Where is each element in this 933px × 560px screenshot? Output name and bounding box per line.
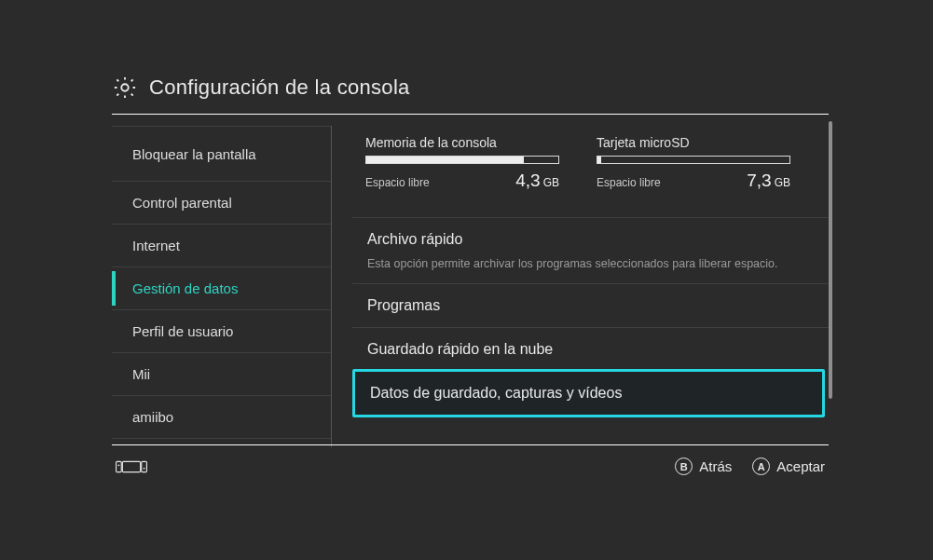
- menu-item-label: Programas: [367, 297, 440, 313]
- sidebar-item-label: Gestión de datos: [132, 280, 238, 296]
- svg-rect-2: [122, 461, 140, 471]
- storage-bar-fill: [366, 157, 524, 163]
- a-button-icon: A: [752, 458, 770, 475]
- storage-sd: Tarjeta microSD Espacio libre 7,3GB: [597, 135, 790, 191]
- sidebar-item-amiibo[interactable]: amiibo: [112, 396, 331, 439]
- svg-rect-1: [117, 461, 122, 471]
- back-action[interactable]: B Atrás: [675, 458, 732, 475]
- sidebar: Bloquear la pantalla Control parental In…: [112, 115, 331, 447]
- menu-item-cloud-save[interactable]: Guardado rápido en la nube: [352, 327, 829, 371]
- ok-action[interactable]: A Aceptar: [752, 458, 825, 475]
- menu-item-desc: Esta opción permite archivar los program…: [367, 257, 814, 270]
- scrollbar-thumb[interactable]: [829, 121, 832, 399]
- menu-item-quick-archive[interactable]: Archivo rápido Esta opción permite archi…: [352, 217, 829, 283]
- sidebar-item-parental-control[interactable]: Control parental: [112, 182, 331, 225]
- sidebar-item-label: Mii: [132, 366, 150, 382]
- header: Configuración de la consola: [112, 75, 829, 115]
- sidebar-item-lock-screen[interactable]: Bloquear la pantalla: [112, 126, 331, 182]
- page-title: Configuración de la consola: [149, 75, 410, 100]
- sidebar-item-internet[interactable]: Internet: [112, 225, 331, 267]
- main-panel: Memoria de la consola Espacio libre 4,3G…: [332, 115, 829, 447]
- menu-item-label: Archivo rápido: [367, 231, 814, 248]
- storage-bar: [597, 156, 790, 164]
- menu-item-save-data-media[interactable]: Datos de guardado, capturas y vídeos: [352, 369, 825, 417]
- storage-free-label: Espacio libre: [365, 176, 430, 189]
- sidebar-item-mii[interactable]: Mii: [112, 353, 331, 396]
- storage-row: Memoria de la consola Espacio libre 4,3G…: [352, 135, 829, 191]
- sidebar-item-label: Bloquear la pantalla: [132, 146, 256, 162]
- storage-free-value: 7,3GB: [747, 171, 790, 191]
- controller-icon: [116, 458, 147, 475]
- svg-rect-3: [142, 461, 147, 471]
- action-label: Aceptar: [776, 458, 825, 474]
- storage-bar: [365, 156, 559, 164]
- sidebar-item-data-management[interactable]: Gestión de datos: [112, 267, 331, 310]
- scrollbar[interactable]: [829, 121, 832, 448]
- svg-point-5: [144, 467, 145, 469]
- svg-point-0: [121, 84, 128, 90]
- svg-point-4: [117, 464, 119, 466]
- storage-console: Memoria de la consola Espacio libre 4,3G…: [365, 135, 559, 191]
- storage-title: Memoria de la consola: [365, 135, 559, 150]
- menu-item-software[interactable]: Programas: [352, 283, 829, 327]
- sidebar-item-user-profile[interactable]: Perfil de usuario: [112, 310, 331, 353]
- action-label: Atrás: [699, 458, 732, 474]
- storage-bar-fill: [597, 157, 601, 163]
- footer-actions: B Atrás A Aceptar: [675, 458, 825, 475]
- storage-free-label: Espacio libre: [597, 176, 661, 189]
- sidebar-item-label: Perfil de usuario: [132, 323, 233, 339]
- menu-item-label: Datos de guardado, capturas y vídeos: [370, 385, 622, 401]
- b-button-icon: B: [675, 458, 693, 475]
- storage-free-value: 4,3GB: [515, 171, 559, 191]
- sidebar-item-label: Internet: [132, 238, 180, 253]
- menu-item-label: Guardado rápido en la nube: [367, 341, 553, 357]
- sidebar-item-label: Control parental: [132, 195, 232, 211]
- sidebar-item-label: amiibo: [132, 409, 173, 425]
- footer: B Atrás A Aceptar: [112, 444, 829, 487]
- gear-icon: [112, 75, 138, 101]
- storage-title: Tarjeta microSD: [597, 135, 790, 150]
